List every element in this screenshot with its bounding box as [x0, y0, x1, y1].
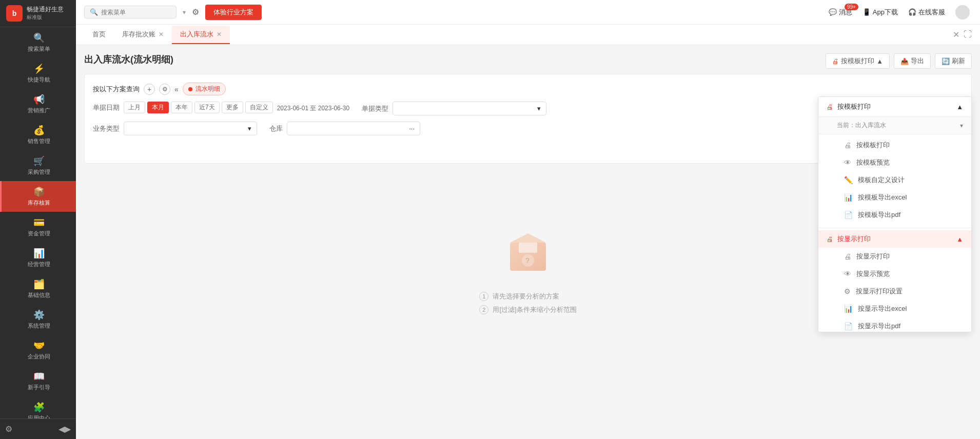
dropdown-item-template-export-excel[interactable]: 📊 按模板导出excel — [818, 189, 971, 206]
dropdown-item-label: 按模板打印 — [856, 141, 890, 150]
search-icon: 🔍 — [33, 32, 45, 44]
date-btn-more[interactable]: 更多 — [222, 102, 243, 113]
sidebar-item-purchase[interactable]: 🛒 采购管理 — [0, 150, 76, 181]
dropdown-item-display-export-excel[interactable]: 📊 按显示导出excel — [818, 300, 971, 317]
sidebar-item-operations[interactable]: 📊 经营管理 — [0, 243, 76, 273]
sidebar-item-search[interactable]: 🔍 搜索菜单 — [0, 27, 76, 58]
tip-text-2: 用[过滤]条件来缩小分析范围 — [493, 305, 576, 314]
sidebar-item-apps[interactable]: 🧩 应用中心 — [0, 396, 76, 418]
dropdown-item-display-export-pdf[interactable]: 📄 按显示导出pdf — [818, 317, 971, 332]
dropdown-display-section-header[interactable]: 🖨 按显示打印 ▲ — [818, 230, 971, 248]
empty-tip-2: 2 用[过滤]条件来缩小分析范围 — [479, 305, 576, 314]
search-input[interactable] — [101, 9, 163, 16]
date-filter-label: 单据日期 — [93, 103, 120, 112]
document-type-select[interactable]: ▾ — [393, 102, 546, 115]
sidebar-item-basic[interactable]: 🗂️ 基础信息 — [0, 273, 76, 304]
tab-home[interactable]: 首页 — [84, 26, 114, 44]
dropdown-item-label: 按显示预览 — [856, 269, 890, 278]
tab-stock-flow[interactable]: 出入库流水 ✕ — [172, 26, 230, 44]
filter-collapse-button[interactable]: « — [174, 85, 179, 93]
message-button[interactable]: 💬 消息 99+ — [829, 8, 852, 17]
export-btn[interactable]: 📤 导出 — [894, 53, 931, 69]
date-range-display: 2023-06-01 至 2023-06-30 — [277, 104, 349, 113]
settings-bottom-icon[interactable]: ⚙ — [5, 424, 12, 434]
sidebar-item-marketing[interactable]: 📢 营销推广 — [0, 89, 76, 119]
display-print-section-icon: 🖨 — [827, 235, 833, 243]
dropdown-title-label: 按模板打印 — [837, 102, 871, 111]
sidebar-nav: 🔍 搜索菜单 ⚡ 快捷导航 📢 营销推广 💰 销售管理 🛒 采购管理 📦 — [0, 27, 76, 418]
filter-tag-flow-detail[interactable]: 流水明细 — [183, 83, 226, 95]
dropdown-item-label: 按模板导出excel — [858, 193, 907, 202]
dropdown-item-label: 按显示打印设置 — [856, 287, 903, 296]
search-chevron-icon[interactable]: ▾ — [183, 9, 186, 16]
current-indicator-chevron: ▾ — [960, 122, 963, 129]
sidebar-item-finance[interactable]: 💳 资金管理 — [0, 212, 76, 243]
dropdown-item-display-preview[interactable]: 👁 按显示预览 — [818, 265, 971, 283]
date-btn-last-month[interactable]: 上月 — [124, 102, 145, 113]
warehouse-filter-group: 仓库 ··· — [269, 122, 420, 135]
maximize-window-icon[interactable]: ⛶ — [964, 30, 972, 39]
user-profile[interactable] — [955, 5, 972, 19]
sidebar-item-quick-nav[interactable]: ⚡ 快捷导航 — [0, 58, 76, 89]
dropdown-item-label: 按模板导出pdf — [858, 210, 900, 220]
dropdown-item-template-export-pdf[interactable]: 📄 按模板导出pdf — [818, 206, 971, 224]
warehouse-more-icon: ··· — [409, 125, 415, 132]
customer-service-button[interactable]: 🎧 在线客服 — [908, 8, 945, 17]
topbar-search-box[interactable]: 🔍 — [84, 6, 177, 18]
collapse-sidebar-icon[interactable]: ◀▶ — [58, 424, 71, 434]
svg-marker-1 — [510, 233, 546, 243]
filter-header: 按以下方案查询 + ⚙ « 流水明细 — [93, 83, 963, 95]
business-type-select[interactable]: ▾ — [124, 122, 257, 135]
topbar-settings-icon[interactable]: ⚙ — [192, 7, 199, 17]
cart-icon: 🛒 — [33, 155, 45, 167]
lightning-icon: ⚡ — [33, 63, 45, 74]
puzzle-icon: 🧩 — [33, 402, 45, 413]
dropdown-item-label: 模板自定义设计 — [858, 175, 905, 185]
sidebar-item-guide[interactable]: 📖 新手引导 — [0, 366, 76, 396]
sidebar-item-enterprise[interactable]: 🤝 企业协同 — [0, 335, 76, 366]
dropdown-current-indicator: 当前：出入库流水 ▾ — [818, 117, 971, 134]
box-icon: 📦 — [33, 186, 45, 197]
date-btn-current-month[interactable]: 本月 — [147, 102, 169, 113]
tab-stock-flow-close[interactable]: ✕ — [217, 31, 222, 38]
dropdown-item-template-print[interactable]: 🖨 按模板打印 — [818, 136, 971, 154]
dropdown-item-display-print-settings[interactable]: ⚙ 按显示打印设置 — [818, 283, 971, 300]
app-download-button[interactable]: 📱 App下载 — [863, 8, 898, 17]
page-content: 出入库流水(流水明细) 🖨 按模板打印 ▲ 📤 导出 🔄 刷新 — [76, 45, 980, 439]
dropdown-title-area: 🖨 按模板打印 — [827, 102, 871, 111]
template-print-dropdown-btn[interactable]: 🖨 按模板打印 ▲ — [826, 53, 890, 69]
date-btn-last-7-days[interactable]: 近7天 — [194, 102, 220, 113]
display-preview-icon: 👁 — [844, 270, 851, 278]
sidebar-item-system[interactable]: ⚙️ 系统管理 — [0, 304, 76, 335]
dropdown-item-display-print[interactable]: 🖨 按显示打印 — [818, 248, 971, 265]
message-badge: 99+ — [845, 4, 858, 10]
filter-tag-dot — [188, 87, 192, 91]
filter-settings-button[interactable]: ⚙ — [159, 84, 170, 95]
dropdown-up-chevron-icon[interactable]: ▲ — [956, 103, 963, 111]
date-btn-current-year[interactable]: 本年 — [171, 102, 192, 113]
close-window-icon[interactable]: ✕ — [953, 30, 959, 39]
tab-inventory-batch-close[interactable]: ✕ — [159, 31, 164, 38]
tab-inventory-batch[interactable]: 库存批次账 ✕ — [114, 26, 172, 44]
sidebar-item-inventory[interactable]: 📦 库存核算 — [0, 181, 76, 212]
svg-text:?: ? — [525, 256, 530, 265]
phone-icon: 📱 — [863, 8, 871, 16]
display-settings-icon: ⚙ — [844, 287, 851, 295]
filter-add-button[interactable]: + — [144, 84, 155, 95]
svg-rect-2 — [519, 243, 537, 253]
headset-icon: 🎧 — [908, 8, 916, 16]
chart-icon: 📊 — [33, 248, 45, 259]
date-quick-buttons: 上月 本月 本年 近7天 更多 自定义 — [124, 102, 273, 113]
refresh-btn[interactable]: 🔄 刷新 — [935, 53, 972, 69]
trial-button[interactable]: 体验行业方案 — [205, 5, 262, 20]
logo-icon: b — [6, 5, 23, 22]
dropdown-divider — [818, 228, 971, 228]
warehouse-select[interactable]: ··· — [287, 122, 420, 135]
dropdown-header: 🖨 按模板打印 ▲ — [818, 97, 971, 117]
topbar-right-area: 💬 消息 99+ 📱 App下载 🎧 在线客服 — [829, 5, 972, 19]
date-btn-custom[interactable]: 自定义 — [245, 102, 273, 113]
sidebar-item-sales[interactable]: 💰 销售管理 — [0, 119, 76, 150]
dropdown-item-template-custom[interactable]: ✏️ 模板自定义设计 — [818, 171, 971, 189]
page-header-actions: 🖨 按模板打印 ▲ 📤 导出 🔄 刷新 — [826, 53, 972, 69]
dropdown-item-template-preview[interactable]: 👁 按模板预览 — [818, 154, 971, 171]
